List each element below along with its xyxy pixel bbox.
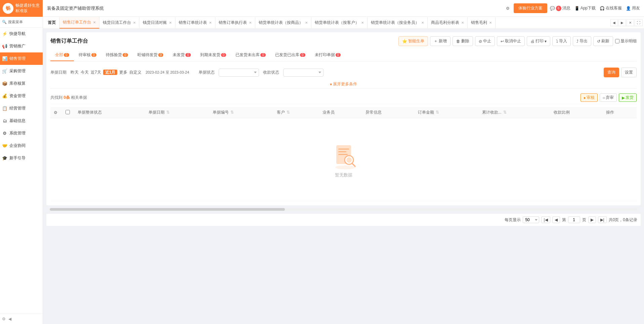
tab-sales-summary-customer[interactable]: 销货单统计表（按客户）✕	[311, 17, 368, 28]
first-page-btn[interactable]: |◀	[541, 216, 550, 223]
tab-close-sales-summary-staff[interactable]: ✕	[421, 21, 424, 25]
horizontal-scrollbar[interactable]	[50, 208, 637, 211]
tab-close-sales-summary-product[interactable]: ✕	[305, 21, 308, 25]
col-number[interactable]: 单据编号 ⇅	[209, 107, 273, 118]
page-input[interactable]	[568, 216, 580, 223]
sidebar-item-inventory[interactable]: 📦 库存核算	[0, 77, 43, 90]
date-option-今天[interactable]: 今天	[81, 70, 89, 75]
import-btn[interactable]: ⤵ 导入	[552, 36, 571, 46]
payment-filter-select[interactable]	[283, 69, 324, 77]
marketing-label: 营销推广	[9, 43, 26, 49]
tab-close-sales-exec[interactable]: ✕	[249, 21, 252, 25]
delete-btn[interactable]: 🗑 删除	[453, 36, 473, 46]
message-btn[interactable]: 💬 6 消息	[550, 5, 570, 11]
add-btn[interactable]: ＋ 新增	[430, 36, 450, 46]
sidebar-item-guide[interactable]: 🎓 新手引导	[0, 152, 43, 164]
page-size-select[interactable]: 50 10 20 100	[523, 216, 539, 223]
status-filter-select[interactable]	[219, 69, 259, 77]
tab-sales-summary-staff[interactable]: 销货单统计表（按业务员）✕	[368, 17, 428, 28]
date-option-更多[interactable]: 更多	[119, 70, 127, 75]
date-option-昨天[interactable]: 昨天	[71, 70, 79, 75]
prev-page-btn[interactable]: ◀	[552, 216, 560, 223]
sidebar-item-enterprise[interactable]: 🤝 企业协同	[0, 139, 43, 152]
app-download-btn[interactable]: 📱 App下载	[574, 5, 596, 11]
filter-tab-wangpu-pending[interactable]: 旺铺待发货0	[133, 49, 168, 61]
industry-btn[interactable]: 体验行业方案	[514, 3, 547, 13]
tab-close-profit-analysis[interactable]: ✕	[461, 21, 464, 25]
collapse-icon[interactable]: ◀	[8, 317, 11, 321]
filter-tab-not-shipped[interactable]: 未发货0	[168, 49, 196, 61]
review-btn[interactable]: ● 审核	[581, 93, 598, 102]
ship-btn[interactable]: ▶ 发货	[619, 93, 637, 102]
tab-sales-summary-product[interactable]: 销货单统计表（按商品）✕	[255, 17, 311, 28]
sidebar-item-operations[interactable]: 📋 经营管理	[0, 102, 43, 115]
tab-cash-daily[interactable]: 钱货日清工作台✕	[99, 17, 139, 28]
last-page-btn[interactable]: ▶|	[598, 216, 607, 223]
tab-label-sales-summary-customer: 销货单统计表（按客户）	[315, 20, 359, 26]
smart-btn[interactable]: ⭐ 智能生单	[398, 36, 428, 46]
col-received[interactable]: 累计收款... ⇅	[479, 107, 551, 118]
star-icon: ⭐	[402, 39, 407, 44]
col-customer[interactable]: 客户 ⇅	[273, 107, 319, 118]
cancel-suspend-btn[interactable]: ↩ 取消中止	[497, 36, 525, 46]
next-page-btn[interactable]: ▶	[588, 216, 596, 223]
date-option-近7天[interactable]: 近7天	[91, 70, 101, 75]
filter-tab-expired-not-shipped[interactable]: 到期未发货0	[196, 49, 231, 61]
sidebar-item-marketing[interactable]: 📢 营销推广	[0, 40, 43, 52]
expand-btn[interactable]: ▾ 展开更多条件	[330, 81, 357, 87]
purchase-label: 采购管理	[9, 68, 26, 74]
filter-tab-not-printed[interactable]: 未打印单据0	[310, 49, 346, 61]
col-date[interactable]: 单据日期 ⇅	[145, 107, 209, 118]
tab-close-sales-stats[interactable]: ✕	[209, 21, 212, 25]
date-option-自定义[interactable]: 自定义	[129, 70, 141, 75]
col-settings[interactable]: ⚙	[50, 107, 61, 118]
filter-tab-shipped-not-out[interactable]: 已发货未出库0	[231, 49, 270, 61]
tab-close-sales-order[interactable]: ✕	[93, 21, 96, 24]
filter-tab-shipped-out[interactable]: 已发货已出库0	[270, 49, 310, 61]
tab-fullscreen-btn[interactable]: ⛶	[635, 19, 643, 26]
show-detail-checkbox[interactable]	[615, 39, 619, 43]
tab-sales-exec[interactable]: 销售订单执行表✕	[215, 17, 255, 28]
sidebar-search[interactable]: 🔍 搜索菜单	[0, 17, 43, 28]
tab-close-all-btn[interactable]: ✕	[627, 19, 634, 26]
tab-cash-reconcile[interactable]: 钱货日清对账✕	[139, 17, 175, 28]
filter-settings-btn[interactable]: 设置	[621, 68, 637, 77]
tab-sales-profit[interactable]: 销售毛利✕	[468, 17, 496, 28]
tab-close-cash-daily[interactable]: ✕	[133, 21, 136, 25]
svg-rect-4	[338, 154, 348, 155]
tab-home[interactable]: 首页	[44, 17, 59, 28]
sidebar-item-basic-info[interactable]: 🗂 基础信息	[0, 115, 43, 127]
col-amount[interactable]: 订单金额 ⇅	[415, 107, 479, 118]
user-menu[interactable]: 👤 用友	[626, 5, 640, 11]
sidebar-item-sales[interactable]: 📊 销售管理	[0, 52, 43, 65]
online-service-btn[interactable]: 🎧 在线客服	[600, 5, 622, 11]
tab-next-btn[interactable]: ▶	[618, 19, 626, 26]
tab-profit-analysis[interactable]: 商品毛利分析表✕	[428, 17, 468, 28]
sidebar-item-quick-nav[interactable]: ⚡ 快捷导航	[0, 28, 43, 40]
filter-tab-all[interactable]: 全部0	[50, 49, 74, 61]
tab-sales-stats[interactable]: 销售订单统计表✕	[175, 17, 215, 28]
tab-sales-order[interactable]: 销售订单工作台✕	[59, 17, 99, 29]
sidebar-item-finance[interactable]: 💰 资金管理	[0, 90, 43, 102]
filter-tab-pending-review[interactable]: 待审核0	[74, 49, 101, 61]
print-btn[interactable]: 🖨 打印 ▾	[527, 36, 550, 46]
date-option-近1月[interactable]: 近1月	[103, 70, 118, 75]
scrollbar-thumb[interactable]	[50, 208, 285, 211]
sidebar-item-purchase[interactable]: 🛒 采购管理	[0, 65, 43, 77]
col-checkbox[interactable]	[61, 107, 74, 118]
refresh-btn[interactable]: ↺ 刷新	[593, 36, 613, 46]
select-all-checkbox[interactable]	[66, 110, 70, 114]
tab-close-sales-summary-customer[interactable]: ✕	[361, 21, 364, 25]
tab-close-cash-reconcile[interactable]: ✕	[169, 21, 172, 25]
tab-prev-btn[interactable]: ◀	[610, 19, 618, 26]
sidebar-item-system[interactable]: ⚙ 系统管理	[0, 127, 43, 139]
cancel-review-btn[interactable]: ○ 弃审	[600, 93, 617, 102]
export-btn[interactable]: ⤴ 导出	[573, 36, 591, 46]
topbar-settings-icon[interactable]: ⚙	[506, 6, 510, 11]
suspend-btn[interactable]: ⊘ 中止	[475, 36, 495, 46]
query-btn[interactable]: 查询	[604, 68, 619, 77]
tab-close-sales-profit[interactable]: ✕	[489, 21, 492, 25]
filter-tab-pending-inspect[interactable]: 待拣验货0	[101, 49, 133, 61]
settings-icon[interactable]: ⚙	[2, 317, 6, 321]
show-detail-label[interactable]: 显示明细	[615, 38, 637, 44]
